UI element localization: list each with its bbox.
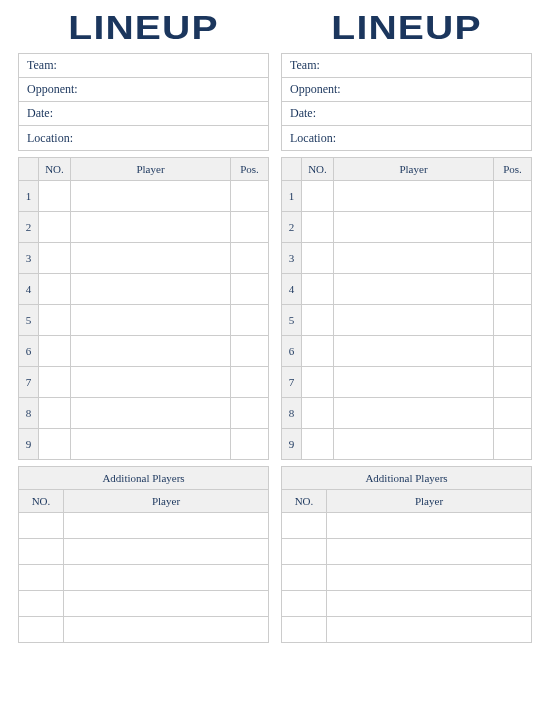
cell-no[interactable]: [39, 243, 71, 274]
cell-no[interactable]: [282, 565, 327, 591]
cell-player[interactable]: [327, 617, 532, 643]
header-player: Player: [334, 158, 494, 181]
cell-player[interactable]: [334, 398, 494, 429]
cell-no[interactable]: [39, 336, 71, 367]
cell-player[interactable]: [327, 539, 532, 565]
additional-row: [282, 539, 532, 565]
cell-player[interactable]: [71, 305, 231, 336]
header-order: [19, 158, 39, 181]
cell-no[interactable]: [39, 429, 71, 460]
cell-pos[interactable]: [494, 367, 532, 398]
cell-pos[interactable]: [231, 212, 269, 243]
header-player: Player: [71, 158, 231, 181]
cell-no[interactable]: [39, 181, 71, 212]
cell-no[interactable]: [302, 429, 334, 460]
cell-no[interactable]: [19, 539, 64, 565]
cell-player[interactable]: [64, 539, 269, 565]
cell-player[interactable]: [334, 367, 494, 398]
cell-order: 7: [282, 367, 302, 398]
additional-row: [282, 513, 532, 539]
field-date[interactable]: Date:: [19, 102, 268, 126]
cell-player[interactable]: [71, 367, 231, 398]
cell-no[interactable]: [282, 513, 327, 539]
cell-order: 5: [19, 305, 39, 336]
cell-player[interactable]: [71, 398, 231, 429]
cell-player[interactable]: [327, 565, 532, 591]
cell-player[interactable]: [327, 591, 532, 617]
cell-no[interactable]: [302, 181, 334, 212]
cell-pos[interactable]: [231, 305, 269, 336]
cell-order: 1: [19, 181, 39, 212]
cell-player[interactable]: [71, 243, 231, 274]
field-location[interactable]: Location:: [19, 126, 268, 150]
cell-pos[interactable]: [231, 181, 269, 212]
cell-no[interactable]: [302, 243, 334, 274]
cell-pos[interactable]: [494, 181, 532, 212]
cell-no[interactable]: [282, 539, 327, 565]
cell-player[interactable]: [334, 243, 494, 274]
cell-player[interactable]: [71, 429, 231, 460]
cell-pos[interactable]: [494, 212, 532, 243]
cell-pos[interactable]: [494, 243, 532, 274]
cell-player[interactable]: [334, 212, 494, 243]
cell-no[interactable]: [302, 212, 334, 243]
additional-header-player: Player: [64, 490, 269, 513]
cell-no[interactable]: [302, 274, 334, 305]
cell-player[interactable]: [71, 274, 231, 305]
cell-no[interactable]: [19, 513, 64, 539]
cell-no[interactable]: [302, 398, 334, 429]
cell-player[interactable]: [64, 565, 269, 591]
cell-player[interactable]: [64, 513, 269, 539]
cell-pos[interactable]: [494, 429, 532, 460]
additional-table: Additional Players NO. Player: [18, 466, 269, 643]
cell-player[interactable]: [327, 513, 532, 539]
cell-player[interactable]: [64, 617, 269, 643]
roster-table: NO. Player Pos. 1 2 3 4: [18, 157, 269, 460]
cell-pos[interactable]: [231, 274, 269, 305]
cell-no[interactable]: [39, 367, 71, 398]
cell-player[interactable]: [71, 336, 231, 367]
field-opponent[interactable]: Opponent:: [19, 78, 268, 102]
cell-pos[interactable]: [494, 305, 532, 336]
cell-player[interactable]: [71, 181, 231, 212]
field-opponent[interactable]: Opponent:: [282, 78, 531, 102]
additional-row: [282, 565, 532, 591]
cell-pos[interactable]: [231, 398, 269, 429]
cell-order: 8: [19, 398, 39, 429]
cell-no[interactable]: [19, 591, 64, 617]
cell-pos[interactable]: [494, 398, 532, 429]
field-date[interactable]: Date:: [282, 102, 531, 126]
cell-player[interactable]: [334, 274, 494, 305]
additional-row: [19, 513, 269, 539]
cell-no[interactable]: [19, 617, 64, 643]
cell-no[interactable]: [39, 212, 71, 243]
cell-pos[interactable]: [231, 367, 269, 398]
cell-no[interactable]: [282, 591, 327, 617]
cell-pos[interactable]: [494, 274, 532, 305]
cell-no[interactable]: [39, 398, 71, 429]
cell-order: 6: [282, 336, 302, 367]
cell-player[interactable]: [64, 591, 269, 617]
cell-no[interactable]: [19, 565, 64, 591]
cell-player[interactable]: [71, 212, 231, 243]
cell-pos[interactable]: [231, 336, 269, 367]
cell-player[interactable]: [334, 181, 494, 212]
cell-player[interactable]: [334, 429, 494, 460]
cell-pos[interactable]: [231, 243, 269, 274]
cell-no[interactable]: [302, 336, 334, 367]
cell-pos[interactable]: [494, 336, 532, 367]
field-team[interactable]: Team:: [282, 54, 531, 78]
cell-order: 3: [19, 243, 39, 274]
cell-no[interactable]: [39, 274, 71, 305]
cell-player[interactable]: [334, 336, 494, 367]
field-team[interactable]: Team:: [19, 54, 268, 78]
cell-player[interactable]: [334, 305, 494, 336]
cell-no[interactable]: [302, 367, 334, 398]
roster-row: 5: [282, 305, 532, 336]
field-location[interactable]: Location:: [282, 126, 531, 150]
cell-no[interactable]: [282, 617, 327, 643]
cell-no[interactable]: [39, 305, 71, 336]
cell-no[interactable]: [302, 305, 334, 336]
info-block: Team: Opponent: Date: Location:: [281, 53, 532, 151]
cell-pos[interactable]: [231, 429, 269, 460]
